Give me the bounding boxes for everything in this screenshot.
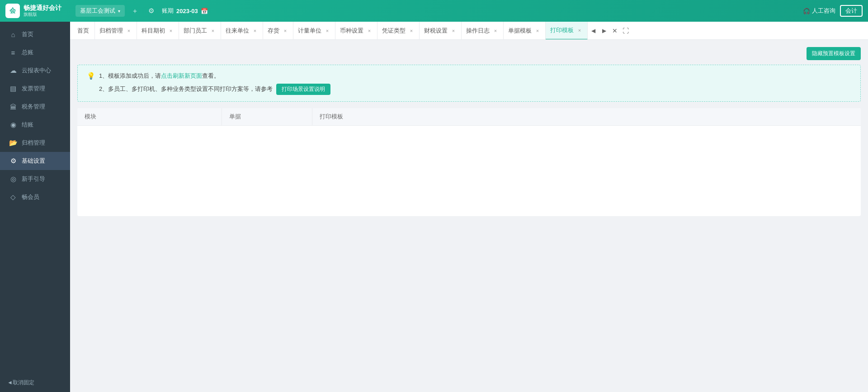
tab-close-tax-setting[interactable]: ×: [450, 28, 457, 34]
expand-button[interactable]: ⛶: [620, 22, 631, 40]
tab-close-inventory[interactable]: ×: [282, 28, 288, 34]
table-body: [77, 126, 861, 216]
top-actions: ＋ ⚙: [128, 5, 157, 17]
sidebar-label-archive: 归档管理: [22, 139, 45, 147]
top-bar: 会 畅捷通好会计 旗舰版 基层工会测试 ▾ ＋ ⚙ 账期 2023-03 📅 🎧…: [0, 0, 868, 22]
invoice-icon: ▤: [9, 85, 17, 93]
company-name: 基层工会测试: [80, 7, 115, 15]
tab-prev-button[interactable]: ◀: [588, 22, 599, 40]
sidebar-label-basic: 基础设置: [22, 157, 45, 165]
tab-subject-init[interactable]: 科目期初 ×: [137, 22, 179, 40]
sidebar-label-reports: 云报表中心: [22, 66, 51, 75]
data-table: 模块 单据 打印模板: [77, 108, 861, 216]
tab-close-voucher-type[interactable]: ×: [408, 28, 415, 34]
sidebar-item-invoice[interactable]: ▤ 发票管理: [0, 80, 70, 98]
sidebar-label-home: 首页: [22, 30, 33, 38]
home-icon: ⌂: [9, 31, 17, 38]
sidebar-item-guide[interactable]: ◎ 新手引导: [0, 170, 70, 188]
tab-close-print-template[interactable]: ×: [576, 27, 583, 33]
period-value: 2023-03: [176, 8, 198, 14]
closing-icon: ◉: [9, 121, 17, 129]
content-area: 首页 归档管理 × 科目期初 × 部门员工 × 往来单位 ×: [70, 22, 868, 392]
bulb-icon: 💡: [87, 72, 95, 80]
close-all-tabs-button[interactable]: ✕: [609, 22, 620, 40]
sidebar-item-basic[interactable]: ⚙ 基础设置: [0, 152, 70, 170]
tab-currency[interactable]: 币种设置 ×: [335, 22, 377, 40]
sidebar: ⌂ 首页 ≡ 总账 ☁ 云报表中心 ▤ 发票管理 🏛 税务管理 ◉ 结账: [0, 22, 70, 392]
tab-close-op-log[interactable]: ×: [492, 28, 499, 34]
tab-close-archive-mgmt[interactable]: ×: [126, 28, 132, 34]
tab-dept-staff[interactable]: 部门员工 ×: [179, 22, 221, 40]
tab-single-template[interactable]: 单据模板 ×: [504, 22, 546, 40]
unpin-button[interactable]: ◄取消固定: [0, 373, 70, 392]
tab-print-template[interactable]: 打印模板 ×: [546, 22, 588, 40]
logo-text: 畅捷通好会计: [24, 4, 61, 12]
tab-voucher-type[interactable]: 凭证类型 ×: [377, 22, 420, 40]
logo-sub: 旗舰版: [24, 11, 61, 18]
tab-close-subject-init[interactable]: ×: [168, 28, 174, 34]
info-box: 💡 1、模板添加成功后，请点击刷新新页面查看。 💡 2、多员工、多打印机、多种业…: [77, 65, 861, 102]
info-text-2: 2、多员工、多打印机、多种业务类型设置不同打印方案等，请参考 打印场景设置说明: [99, 84, 332, 95]
tab-next-button[interactable]: ▶: [599, 22, 609, 40]
sidebar-item-reports[interactable]: ☁ 云报表中心: [0, 61, 70, 80]
sidebar-item-tax[interactable]: 🏛 税务管理: [0, 98, 70, 116]
guide-icon: ◎: [9, 175, 17, 183]
info-row-1: 💡 1、模板添加成功后，请点击刷新新页面查看。: [87, 71, 851, 81]
tab-tax-setting[interactable]: 财税设置 ×: [420, 22, 462, 40]
sidebar-label-member: 畅会员: [22, 193, 39, 201]
sidebar-label-guide: 新手引导: [22, 175, 45, 183]
col-module: 模块: [77, 108, 222, 125]
sidebar-item-member[interactable]: ◇ 畅会员: [0, 188, 70, 206]
sidebar-label-invoice: 发票管理: [22, 85, 45, 93]
page-content: 隐藏预置模板设置 💡 1、模板添加成功后，请点击刷新新页面查看。 💡 2、多员工…: [70, 40, 868, 392]
tab-unit[interactable]: 计量单位 ×: [293, 22, 335, 40]
basic-icon: ⚙: [9, 157, 17, 165]
refresh-link[interactable]: 点击刷新新页面: [161, 72, 202, 79]
sidebar-item-archive[interactable]: 📂 归档管理: [0, 134, 70, 152]
tab-close-currency[interactable]: ×: [366, 28, 373, 34]
sidebar-label-closing: 结账: [22, 121, 33, 129]
account-button[interactable]: 会计: [840, 5, 863, 17]
col-print-template: 打印模板: [312, 108, 861, 125]
top-right: 🎧 人工咨询 会计: [803, 5, 863, 17]
tab-customer[interactable]: 往来单位 ×: [221, 22, 263, 40]
info-row-2: 💡 2、多员工、多打印机、多种业务类型设置不同打印方案等，请参考 打印场景设置说…: [87, 84, 851, 95]
sidebar-item-closing[interactable]: ◉ 结账: [0, 116, 70, 134]
tab-bar: 首页 归档管理 × 科目期初 × 部门员工 × 往来单位 ×: [70, 22, 868, 40]
tab-home[interactable]: 首页: [72, 22, 95, 40]
tab-close-dept-staff[interactable]: ×: [210, 28, 216, 34]
ledger-icon: ≡: [9, 49, 17, 57]
logo-area: 会 畅捷通好会计 旗舰版: [5, 4, 75, 18]
support-button[interactable]: 🎧 人工咨询: [803, 7, 835, 15]
tab-close-customer[interactable]: ×: [252, 28, 258, 34]
sidebar-label-tax: 税务管理: [22, 103, 45, 111]
col-document: 单据: [222, 108, 312, 125]
company-dropdown-icon: ▾: [118, 9, 120, 14]
table-header: 模块 单据 打印模板: [77, 108, 861, 126]
period-label: 账期: [162, 7, 174, 15]
calendar-icon[interactable]: 📅: [201, 8, 208, 14]
info-text-1: 1、模板添加成功后，请点击刷新新页面查看。: [99, 71, 220, 81]
sidebar-label-ledger: 总账: [22, 48, 33, 57]
headset-icon: 🎧: [803, 8, 810, 14]
reports-icon: ☁: [9, 66, 17, 75]
unpin-label: ◄取消固定: [7, 379, 34, 387]
tax-icon: 🏛: [9, 103, 17, 111]
archive-icon: 📂: [9, 139, 17, 147]
hide-preview-button[interactable]: 隐藏预置模板设置: [807, 47, 861, 60]
tab-close-single-template[interactable]: ×: [534, 28, 541, 34]
company-selector[interactable]: 基层工会测试 ▾: [75, 5, 125, 17]
tab-inventory[interactable]: 存货 ×: [263, 22, 293, 40]
sidebar-item-home[interactable]: ⌂ 首页: [0, 25, 70, 43]
sidebar-item-ledger[interactable]: ≡ 总账: [0, 43, 70, 61]
add-tab-button[interactable]: ＋: [128, 5, 141, 17]
main-layout: ⌂ 首页 ≡ 总账 ☁ 云报表中心 ▤ 发票管理 🏛 税务管理 ◉ 结账: [0, 22, 868, 392]
tab-op-log[interactable]: 操作日志 ×: [462, 22, 504, 40]
print-scene-button[interactable]: 打印场景设置说明: [276, 84, 330, 95]
action-bar: 隐藏预置模板设置: [77, 47, 861, 60]
logo-icon: 会: [5, 4, 20, 18]
settings-icon[interactable]: ⚙: [145, 5, 157, 17]
tab-close-unit[interactable]: ×: [324, 28, 330, 34]
tab-archive-mgmt[interactable]: 归档管理 ×: [95, 22, 137, 40]
period-area: 账期 2023-03 📅: [162, 7, 208, 15]
